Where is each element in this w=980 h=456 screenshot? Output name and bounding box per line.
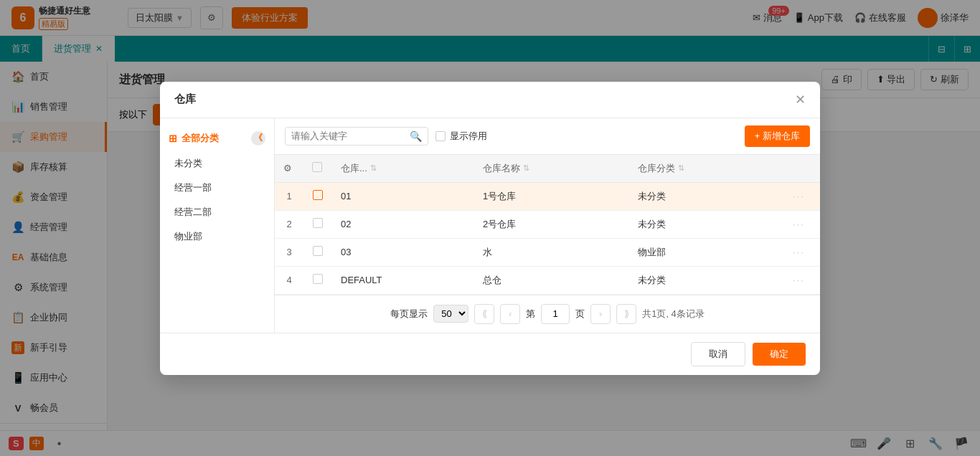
more-icon[interactable]: ··· (793, 219, 805, 229)
row-more[interactable]: ··· (784, 266, 820, 294)
settings-col-icon: ⚙ (283, 163, 292, 174)
row-name: 2号仓库 (474, 210, 629, 238)
search-wrap: 🔍 (285, 127, 428, 146)
more-icon[interactable]: ··· (793, 275, 805, 285)
row-code: 03 (332, 238, 474, 266)
row-code: DEFAULT (332, 266, 474, 294)
show-disabled-label[interactable]: 显示停用 (435, 130, 487, 143)
modal-category-all[interactable]: ⊞ 全部分类 《 (160, 125, 274, 151)
prev-page-button[interactable]: ‹ (500, 304, 520, 324)
category-ops1[interactable]: 经营一部 (160, 176, 274, 200)
modal-close-button[interactable]: ✕ (795, 92, 806, 108)
row-category: 未分类 (629, 210, 784, 238)
th-actions (784, 155, 820, 183)
all-category-label: 全部分类 (182, 132, 219, 145)
table-row[interactable]: 4 DEFAULT 总仓 未分类 ··· (275, 266, 820, 294)
first-page-button[interactable]: ⟪ (474, 304, 494, 324)
row-more[interactable]: ··· (784, 238, 820, 266)
more-icon[interactable]: ··· (793, 191, 805, 201)
new-warehouse-button[interactable]: + 新增仓库 (745, 125, 810, 147)
last-page-button[interactable]: ⟫ (616, 304, 636, 324)
th-name[interactable]: 仓库名称 ⇅ (474, 155, 629, 183)
row-name: 总仓 (474, 266, 629, 294)
category-property[interactable]: 物业部 (160, 224, 274, 249)
sort-icon: ⇅ (523, 163, 529, 173)
table-row[interactable]: 2 02 2号仓库 未分类 ··· (275, 210, 820, 238)
cancel-button[interactable]: 取消 (691, 342, 745, 366)
row-checkbox[interactable] (303, 182, 332, 210)
warehouse-modal: 仓库 ✕ ⊞ 全部分类 《 未分类 经营一部 经营二部 物业部 (160, 82, 820, 375)
row-category: 未分类 (629, 266, 784, 294)
table-row[interactable]: 1 01 1号仓库 未分类 ··· (275, 182, 820, 210)
row-number: 3 (275, 238, 303, 266)
row-code: 01 (332, 182, 474, 210)
page-number-input[interactable] (541, 304, 570, 324)
page-total-info: 共1页, 4条记录 (642, 308, 705, 320)
more-icon[interactable]: ··· (793, 247, 805, 257)
row-number: 1 (275, 182, 303, 210)
select-all-checkbox[interactable] (312, 162, 322, 172)
row-number: 2 (275, 210, 303, 238)
page-size-dropdown[interactable]: 50 (433, 305, 468, 323)
row-select-checkbox[interactable] (313, 274, 323, 284)
row-number: 4 (275, 266, 303, 294)
row-select-checkbox[interactable] (313, 218, 323, 228)
next-page-button[interactable]: › (590, 304, 611, 324)
row-checkbox[interactable] (303, 210, 332, 238)
sort-icon: ⇅ (370, 163, 377, 173)
show-disabled-checkbox[interactable] (435, 131, 446, 141)
th-checkbox[interactable] (303, 155, 332, 183)
modal-backdrop: 仓库 ✕ ⊞ 全部分类 《 未分类 经营一部 经营二部 物业部 (0, 0, 980, 456)
row-more[interactable]: ··· (784, 182, 820, 210)
modal-category-sidebar: ⊞ 全部分类 《 未分类 经营一部 经营二部 物业部 (160, 118, 275, 333)
confirm-button[interactable]: 确定 (753, 343, 806, 366)
table-header-row: ⚙ 仓库... ⇅ (275, 155, 820, 183)
row-code: 02 (332, 210, 474, 238)
sort-icon: ⇅ (678, 163, 684, 173)
row-name: 1号仓库 (474, 182, 629, 210)
collapse-button[interactable]: 《 (251, 131, 265, 146)
row-category: 物业部 (629, 238, 784, 266)
row-checkbox[interactable] (303, 266, 332, 294)
page-size-label: 每页显示 (390, 308, 428, 320)
th-category[interactable]: 仓库分类 ⇅ (629, 155, 784, 183)
grid-icon: ⊞ (169, 133, 177, 144)
th-settings: ⚙ (275, 155, 303, 183)
row-more[interactable]: ··· (784, 210, 820, 238)
row-name: 水 (474, 238, 629, 266)
page-size-select[interactable]: 50 (433, 305, 468, 323)
category-unclassified[interactable]: 未分类 (160, 151, 274, 176)
modal-title: 仓库 (174, 92, 196, 106)
search-input[interactable] (291, 130, 405, 141)
table-row[interactable]: 3 03 水 物业部 ··· (275, 238, 820, 266)
category-ops2[interactable]: 经营二部 (160, 200, 274, 224)
modal-footer: 取消 确定 (160, 333, 820, 375)
row-checkbox[interactable] (303, 238, 332, 266)
modal-pagination: 每页显示 50 ⟪ ‹ 第 页 › ⟫ 共1页, 4条记录 (275, 295, 820, 333)
modal-table: ⚙ 仓库... ⇅ (275, 155, 820, 295)
row-select-checkbox[interactable] (313, 190, 323, 200)
modal-main-content: 🔍 显示停用 + 新增仓库 ⚙ (275, 118, 820, 333)
modal-toolbar: 🔍 显示停用 + 新增仓库 (275, 118, 820, 155)
row-category: 未分类 (629, 182, 784, 210)
modal-body: ⊞ 全部分类 《 未分类 经营一部 经营二部 物业部 🔍 (160, 118, 820, 333)
th-code[interactable]: 仓库... ⇅ (332, 155, 474, 183)
row-select-checkbox[interactable] (313, 246, 323, 256)
search-icon: 🔍 (410, 130, 422, 142)
modal-header: 仓库 ✕ (160, 82, 820, 118)
